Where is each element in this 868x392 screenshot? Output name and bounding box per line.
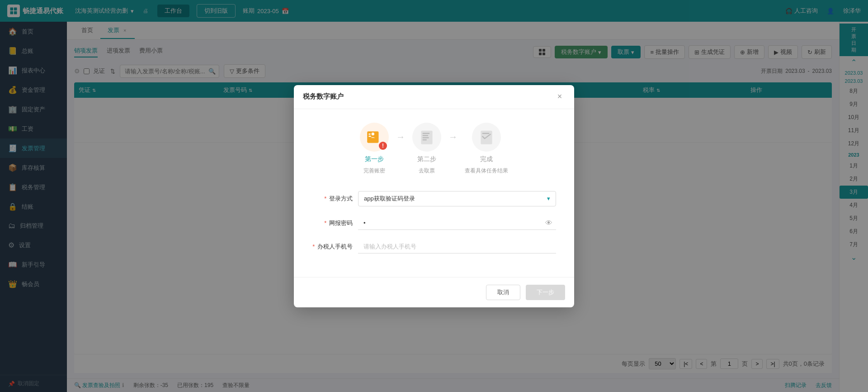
step-2-desc: 去取票 [419, 167, 435, 175]
step-3: 完成 查看具体任务结果 [465, 123, 508, 175]
modal-footer: 取消 下一步 [294, 277, 574, 307]
password-row: * 网报密码 👁 [312, 216, 556, 230]
phone-label: * 办税人手机号 [312, 243, 353, 251]
modal-body: ! 第一步 完善账密 → [294, 109, 574, 277]
login-method-control: app获取验证码登录 ▾ [358, 191, 556, 206]
step-3-desc: 查看具体任务结果 [465, 167, 508, 175]
eye-icon[interactable]: 👁 [545, 219, 552, 227]
step-2: 第二步 去取票 [412, 123, 441, 175]
login-method-label: * 登录方式 [312, 195, 353, 203]
phone-input[interactable] [358, 240, 556, 253]
step-1-desc: 完善账密 [363, 167, 385, 175]
svg-point-8 [372, 132, 374, 135]
svg-rect-15 [482, 133, 490, 134]
password-label: * 网报密码 [312, 219, 353, 227]
password-input[interactable] [358, 216, 556, 230]
select-dropdown-icon: ▾ [547, 195, 550, 202]
step-arrow-1: → [396, 123, 405, 142]
modal-close-button[interactable]: × [554, 91, 565, 102]
password-control: 👁 [358, 216, 556, 230]
password-wrap: 👁 [358, 216, 556, 230]
login-method-select[interactable]: app获取验证码登录 ▾ [358, 191, 556, 206]
step-2-svg [418, 129, 435, 146]
cancel-button[interactable]: 取消 [486, 285, 520, 300]
step-3-svg [478, 129, 495, 146]
steps-container: ! 第一步 完善账密 → [312, 123, 556, 175]
step-arrow-2: → [448, 123, 458, 142]
modal-overlay[interactable]: 税务数字账户 × ! [0, 0, 868, 392]
step-3-icon-wrap [472, 123, 501, 152]
phone-control [358, 240, 556, 253]
step-3-label: 完成 [480, 155, 493, 163]
svg-rect-12 [423, 137, 429, 138]
tax-account-modal: 税务数字账户 × ! [294, 85, 574, 307]
modal-header: 税务数字账户 × [294, 85, 574, 109]
svg-rect-11 [423, 135, 429, 136]
svg-rect-10 [423, 133, 430, 134]
step-1-badge: ! [379, 142, 387, 150]
step-2-icon-wrap [412, 123, 441, 152]
svg-rect-13 [423, 139, 427, 140]
login-method-row: * 登录方式 app获取验证码登录 ▾ [312, 191, 556, 206]
next-button[interactable]: 下一步 [526, 285, 565, 300]
step-1-label: 第一步 [365, 155, 384, 163]
step-1: ! 第一步 完善账密 [360, 123, 389, 175]
modal-title: 税务数字账户 [303, 92, 344, 101]
step-2-label: 第二步 [417, 155, 436, 163]
step-1-icon-wrap: ! [360, 123, 389, 152]
phone-row: * 办税人手机号 [312, 240, 556, 253]
